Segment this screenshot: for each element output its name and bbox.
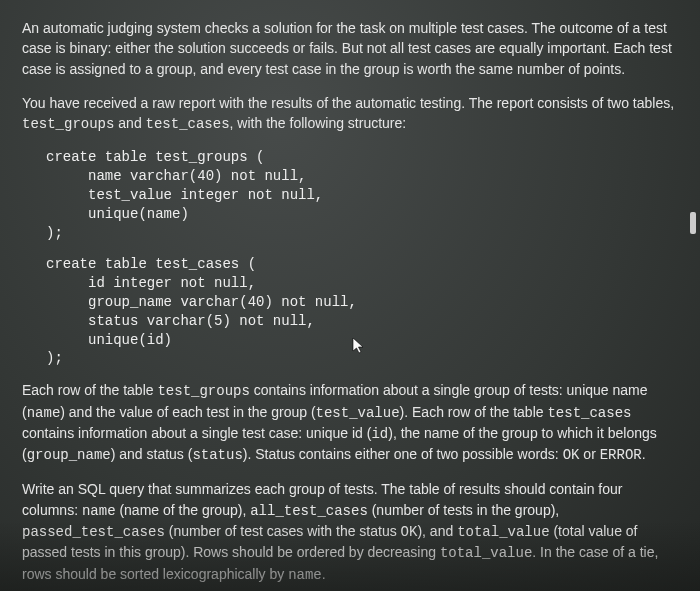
code-inline: name <box>27 405 61 421</box>
code-inline: test_groups <box>157 383 249 399</box>
text: and <box>114 115 145 131</box>
text: (name of the group), <box>116 502 251 518</box>
code-inline: name <box>82 503 116 519</box>
problem-statement-page: An automatic judging system checks a sol… <box>0 0 700 591</box>
code-block-test-cases: create table test_cases ( id integer not… <box>46 255 678 368</box>
text: or <box>579 446 599 462</box>
code-inline: test_value <box>316 405 400 421</box>
paragraph-report: You have received a raw report with the … <box>22 93 678 135</box>
text: , with the following structure: <box>230 115 407 131</box>
code-inline: total_value <box>457 524 549 540</box>
text: (number of tests in the group), <box>368 502 559 518</box>
code-inline: name <box>288 567 322 583</box>
code-inline: passed_test_cases <box>22 524 165 540</box>
paragraph-schema-desc: Each row of the table test_groups contai… <box>22 380 678 465</box>
text: contains information about a single test… <box>22 425 371 441</box>
text: . <box>642 446 646 462</box>
paragraph-intro: An automatic judging system checks a sol… <box>22 18 678 79</box>
text: An automatic judging system checks a sol… <box>22 20 672 77</box>
text: ) and the value of each test in the grou… <box>60 404 315 420</box>
scrollbar-thumb[interactable] <box>690 212 696 234</box>
text: ), and <box>417 523 457 539</box>
code-inline: all_test_cases <box>250 503 368 519</box>
code-inline: total_value <box>440 545 532 561</box>
text: Each row of the table <box>22 382 157 398</box>
text: ). Each row of the table <box>400 404 548 420</box>
text: (number of test cases with the status <box>165 523 401 539</box>
code-block-test-groups: create table test_groups ( name varchar(… <box>46 148 678 242</box>
text: . <box>322 566 326 582</box>
text: ). Status contains either one of two pos… <box>243 446 563 462</box>
code-inline: id <box>371 426 388 442</box>
text: You have received a raw report with the … <box>22 95 674 111</box>
code-inline: test_cases <box>146 116 230 132</box>
code-inline: status <box>192 447 242 463</box>
scrollbar-track[interactable] <box>690 12 696 572</box>
code-inline: OK <box>401 524 418 540</box>
code-inline: group_name <box>27 447 111 463</box>
code-inline: test_groups <box>22 116 114 132</box>
code-inline: ERROR <box>600 447 642 463</box>
code-inline: OK <box>563 447 580 463</box>
code-inline: test_cases <box>547 405 631 421</box>
text: ) and status ( <box>111 446 193 462</box>
paragraph-task: Write an SQL query that summarizes each … <box>22 479 678 584</box>
